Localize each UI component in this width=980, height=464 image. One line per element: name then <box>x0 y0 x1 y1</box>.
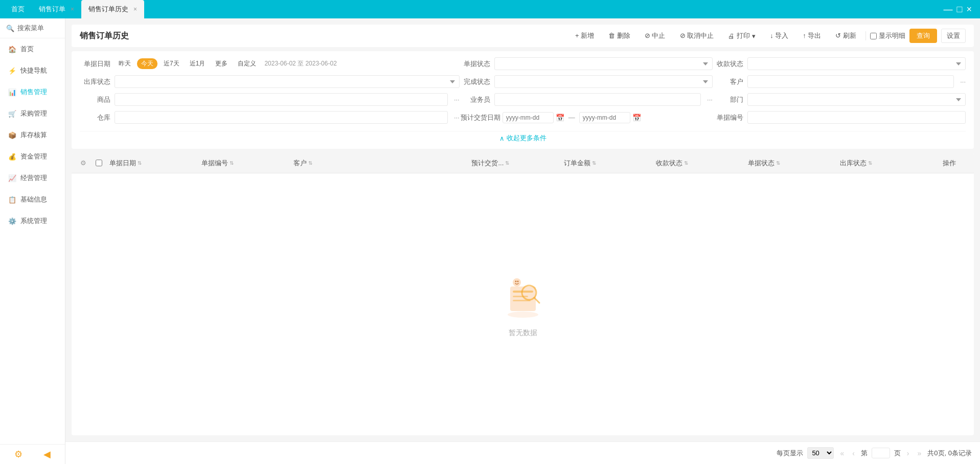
th-payment-status[interactable]: 收款状态 ⇅ <box>653 154 745 172</box>
page-header: 销售订单历史 + 新增 🗑 删除 ⊘ 中止 ⊘ 取消中止 🖨 打印 ▾ ↓ 导入… <box>72 25 974 47</box>
customer-input[interactable] <box>747 75 954 88</box>
next-page-button[interactable]: › <box>905 448 911 458</box>
sidebar-item-sales[interactable]: 📊 销售管理 <box>0 81 65 103</box>
collapse-bar[interactable]: ∧ 收起更多条件 <box>80 131 966 143</box>
current-page-input[interactable]: 1 <box>872 448 890 458</box>
date-tag-today[interactable]: 今天 <box>137 58 157 69</box>
tab-sales-order[interactable]: 销售订单 × <box>32 0 81 18</box>
date-tag-custom[interactable]: 自定义 <box>234 58 260 69</box>
th-amount[interactable]: 订单金额 ⇅ <box>561 154 653 172</box>
th-order-status-sort: ⇅ <box>776 160 780 166</box>
query-button[interactable]: 查询 <box>909 29 937 43</box>
th-delivery[interactable]: 预计交货... ⇅ <box>468 154 560 172</box>
th-order-status[interactable]: 单据状态 ⇅ <box>745 154 837 172</box>
minimize-button[interactable]: — <box>944 5 953 14</box>
close-window-button[interactable]: × <box>966 5 972 14</box>
empty-text: 暂无数据 <box>509 328 537 338</box>
th-customer[interactable]: 客户 ⇅ <box>290 154 468 172</box>
tab-sales-order-close[interactable]: × <box>71 6 74 13</box>
salesperson-dots[interactable]: ··· <box>707 96 713 103</box>
quick-nav-icon: ⚡ <box>8 67 16 75</box>
page-size-select[interactable]: 10 20 50 100 <box>807 447 834 459</box>
date-tag-1month[interactable]: 近1月 <box>186 58 210 69</box>
completion-status-field: 完成状态 <box>460 75 713 88</box>
delivery-status-select[interactable] <box>115 75 460 88</box>
th-delivery-status[interactable]: 出库状态 ⇅ <box>837 154 929 172</box>
warehouse-dots[interactable]: ··· <box>454 114 460 121</box>
search-icon: 🔍 <box>6 25 14 32</box>
show-detail-checkbox[interactable] <box>870 33 877 39</box>
sidebar-item-inventory[interactable]: 📦 库存核算 <box>0 124 65 146</box>
calendar-from-icon[interactable]: 📅 <box>556 114 564 122</box>
sidebar-item-operations[interactable]: 📈 经营管理 <box>0 167 65 189</box>
prev-page-button[interactable]: ‹ <box>850 448 857 458</box>
warehouse-input[interactable] <box>115 111 448 124</box>
home-icon: 🏠 <box>8 45 16 53</box>
cancel-stop-button[interactable]: ⊘ 取消中止 <box>675 29 719 42</box>
th-order-status-label: 单据状态 <box>748 159 774 168</box>
tab-home-label: 首页 <box>11 5 25 14</box>
total-label: 共0页, 0条记录 <box>927 449 972 458</box>
table-header: ⚙ 单据日期 ⇅ 单据编号 ⇅ 客户 ⇅ <box>72 153 974 173</box>
show-detail-label[interactable]: 显示明细 <box>870 31 905 40</box>
inventory-icon: 📦 <box>8 131 16 139</box>
date-tag-7days[interactable]: 近7天 <box>159 58 184 69</box>
stop-button[interactable]: ⊘ 中止 <box>640 29 671 42</box>
delete-button[interactable]: 🗑 删除 <box>603 29 635 42</box>
sidebar-settings-button[interactable]: ⚙ <box>14 449 22 460</box>
sidebar-item-basic-info[interactable]: 📋 基础信息 <box>0 189 65 210</box>
new-button[interactable]: + 新增 <box>570 29 599 42</box>
sidebar-item-purchase[interactable]: 🛒 采购管理 <box>0 103 65 124</box>
salesperson-input[interactable] <box>494 93 701 106</box>
completion-status-select[interactable] <box>494 75 713 88</box>
maximize-button[interactable]: □ <box>957 5 963 14</box>
product-input[interactable] <box>115 93 448 106</box>
payment-status-select[interactable] <box>747 57 966 70</box>
order-no-input[interactable] <box>747 111 966 124</box>
department-select[interactable] <box>747 93 966 106</box>
delivery-date-to[interactable] <box>579 112 630 123</box>
th-date[interactable]: 单据日期 ⇅ <box>106 154 198 172</box>
sidebar-search[interactable]: 🔍 搜索菜单 <box>0 18 65 38</box>
last-page-button[interactable]: » <box>916 448 924 458</box>
date-range: 2023-06-02 至 2023-06-02 <box>264 59 336 68</box>
sidebar-item-home[interactable]: 🏠 首页 <box>0 38 65 60</box>
tab-home[interactable]: 首页 <box>4 0 32 18</box>
delivery-date-from[interactable] <box>503 112 554 123</box>
delivery-status-field: 出库状态 <box>80 75 460 88</box>
sidebar-item-sales-label: 销售管理 <box>20 87 47 97</box>
table-select-all[interactable] <box>91 160 106 166</box>
print-label: 打印 <box>737 31 750 40</box>
calendar-to-icon[interactable]: 📅 <box>632 114 641 122</box>
table-settings-icon[interactable]: ⚙ <box>76 159 91 167</box>
th-no[interactable]: 单据编号 ⇅ <box>198 154 290 172</box>
tab-sales-order-history-close[interactable]: × <box>133 6 137 13</box>
sidebar-item-quick-nav[interactable]: ⚡ 快捷导航 <box>0 60 65 81</box>
first-page-button[interactable]: « <box>838 448 846 458</box>
sidebar-item-finance[interactable]: 💰 资金管理 <box>0 146 65 167</box>
refresh-button[interactable]: ↺ 刷新 <box>830 29 861 42</box>
delivery-status-label: 出库状态 <box>80 77 110 86</box>
customer-dots[interactable]: ··· <box>960 78 966 85</box>
svg-point-9 <box>517 281 518 282</box>
order-status-field: 单据状态 <box>460 57 713 70</box>
th-no-label: 单据编号 <box>201 159 228 168</box>
sidebar-item-system[interactable]: ⚙️ 系统管理 <box>0 210 65 232</box>
tab-sales-order-history[interactable]: 销售订单历史 × <box>81 0 144 18</box>
empty-state: 暂无数据 <box>72 173 974 435</box>
top-bar: 首页 销售订单 × 销售订单历史 × — □ × <box>0 0 980 18</box>
select-all-checkbox[interactable] <box>96 160 102 166</box>
date-tag-more[interactable]: 更多 <box>211 58 232 69</box>
empty-illustration <box>497 271 549 322</box>
sidebar-item-finance-label: 资金管理 <box>20 152 47 161</box>
sidebar-collapse-button[interactable]: ◀ <box>43 449 51 460</box>
import-button[interactable]: ↓ 导入 <box>765 29 793 42</box>
print-button[interactable]: 🖨 打印 ▾ <box>723 29 761 42</box>
sales-icon: 📊 <box>8 88 16 96</box>
order-status-select[interactable] <box>494 57 713 70</box>
export-button[interactable]: ↑ 导出 <box>797 29 826 42</box>
settings-button[interactable]: 设置 <box>941 29 966 43</box>
date-tag-yesterday[interactable]: 昨天 <box>115 58 135 69</box>
product-dots[interactable]: ··· <box>454 96 460 103</box>
payment-status-label: 收款状态 <box>713 59 743 69</box>
